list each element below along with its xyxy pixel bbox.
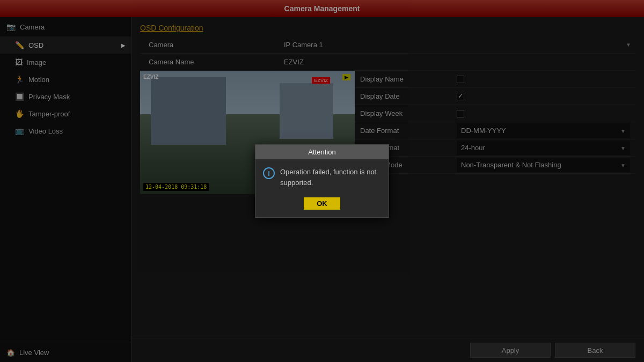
- dialog-title: Attention: [308, 148, 335, 156]
- attention-dialog: Attention i Operation failed, function i…: [255, 144, 389, 218]
- dialog-footer: OK: [255, 193, 389, 217]
- dialog-body: i Operation failed, function is not supp…: [255, 159, 389, 193]
- info-icon: i: [263, 167, 275, 179]
- dialog-overlay: Attention i Operation failed, function i…: [0, 0, 644, 362]
- dialog-title-bar: Attention: [255, 145, 389, 159]
- ok-button[interactable]: OK: [304, 197, 340, 210]
- dialog-message: Operation failed, function is not suppor…: [280, 167, 381, 188]
